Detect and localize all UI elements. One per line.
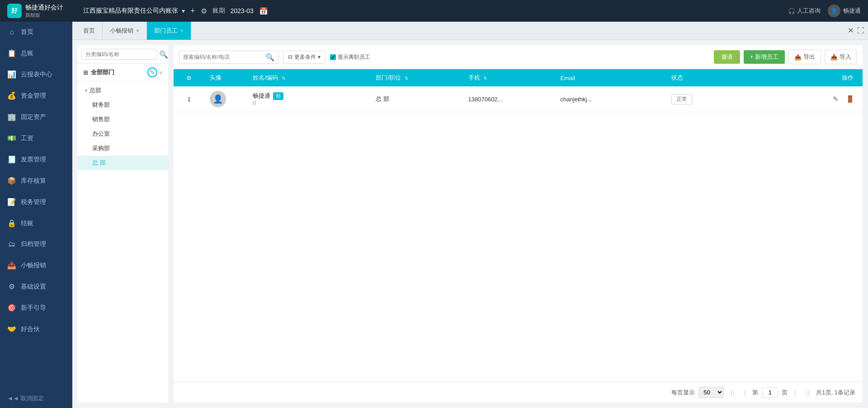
tab-home[interactable]: 首页 (76, 22, 103, 40)
add-employee-button[interactable]: + 新增员工 (744, 50, 785, 64)
add-dept-button[interactable]: ✎ (147, 67, 157, 77)
employee-dept-badge: 部 (273, 92, 283, 100)
import-label: 导入 (840, 53, 851, 61)
sidebar-item-close[interactable]: 🔒 结账 (0, 213, 72, 234)
tab-dept-employee-close[interactable]: × (180, 28, 184, 34)
filter-button[interactable]: ⊟ 更多条件 ▾ (283, 51, 326, 64)
page-label: 第 (752, 389, 758, 397)
sidebar-item-inventory[interactable]: 📦 库存核算 (0, 170, 72, 191)
sidebar-label-reports: 云报表中心 (21, 71, 52, 79)
page-input[interactable] (762, 387, 778, 398)
dept-node-general[interactable]: 总 部 (78, 156, 168, 170)
calendar-icon[interactable]: 📅 (259, 7, 268, 15)
guide-icon: 🎯 (7, 304, 16, 312)
dept-node-finance[interactable]: 财务部 (78, 98, 168, 112)
page-content: 🔍 ⊞ 全部部门 ✎ « ▾ 总部 财务部 (72, 40, 868, 408)
next-page-button[interactable]: ⟩ (791, 388, 799, 397)
settings-button[interactable]: ⚙ (201, 7, 207, 15)
content-area: 首页 小畅报销 × 部门员工 × ✕ ⛶ 🔍 (72, 22, 868, 408)
col-name-label: 姓名/编码 (253, 74, 278, 81)
logo-icon: 好 (7, 4, 22, 18)
sidebar-item-home[interactable]: ⌂ 首页 (0, 22, 72, 43)
row-phone-cell: 138070602... (463, 86, 555, 112)
expand-tab-button[interactable]: ⛶ (857, 26, 864, 35)
page-size-select[interactable]: 50 10 20 100 (698, 387, 724, 398)
page-size-label: 每页显示 (671, 389, 695, 397)
show-resigned-checkbox[interactable] (330, 54, 336, 60)
search-box: 🔍 (179, 51, 278, 64)
sidebar-item-reports[interactable]: 📊 云报表中心 (0, 64, 72, 85)
dept-node-purchase[interactable]: 采购部 (78, 141, 168, 156)
company-dropdown-button[interactable]: ▾ (182, 7, 185, 14)
salary-icon: 💵 (7, 134, 16, 142)
delete-employee-button[interactable]: 🚪 (843, 94, 857, 104)
tax-icon: 📝 (7, 198, 16, 206)
show-resigned-checkbox-label[interactable]: 显示离职员工 (330, 53, 370, 61)
employee-search-input[interactable] (183, 54, 265, 60)
last-page-button[interactable]: ⟩⟩ (802, 388, 812, 397)
sidebar-item-assets[interactable]: 🏢 固定资产 (0, 106, 72, 128)
sidebar-item-funds[interactable]: 💰 资金管理 (0, 85, 72, 106)
dept-label-finance: 财务部 (92, 101, 110, 109)
col-name[interactable]: 姓名/编码 ⇅ (247, 69, 370, 86)
close-tab-button[interactable]: ✕ (848, 26, 854, 35)
user-area[interactable]: 👤 畅捷通 (828, 5, 861, 17)
edit-employee-button[interactable]: ✎ (830, 94, 841, 104)
inventory-icon: 📦 (7, 176, 16, 185)
add-company-button[interactable]: + (190, 6, 195, 16)
page-total: 共1页, 1条记录 (816, 389, 855, 397)
sidebar-item-invoice[interactable]: 🧾 发票管理 (0, 149, 72, 170)
sidebar: ⌂ 首页 📋 总账 📊 云报表中心 💰 资金管理 🏢 固定资产 💵 工资 🧾 发… (0, 22, 72, 408)
dept-search-input[interactable] (81, 49, 157, 60)
funds-icon: 💰 (7, 91, 16, 100)
dept-search-icon[interactable]: 🔍 (159, 50, 168, 59)
col-dept[interactable]: 部门/职位 ⇅ (370, 69, 462, 86)
period-label: 账期 (212, 7, 225, 15)
dept-root-label[interactable]: 全部部门 (91, 68, 114, 76)
prev-page-button[interactable]: ⟨ (741, 388, 749, 397)
col-phone[interactable]: 手机 ⇅ (463, 69, 555, 86)
dept-node-sales[interactable]: 销售部 (78, 112, 168, 127)
invite-button[interactable]: 邀请 (714, 50, 740, 64)
partners-icon: 🤝 (7, 325, 16, 333)
collapse-dept-button[interactable]: « (159, 67, 163, 77)
sidebar-item-guide[interactable]: 🎯 新手引导 (0, 297, 72, 318)
close-account-icon: 🔒 (7, 219, 16, 228)
sidebar-item-ledger[interactable]: 📋 总账 (0, 43, 72, 64)
tab-xiaochang-close[interactable]: × (136, 28, 139, 34)
dept-node-root[interactable]: ▾ 总部 (78, 83, 168, 98)
basic-icon: ⚙ (7, 282, 16, 291)
col-settings[interactable]: ⚙ (174, 69, 204, 86)
tab-dept-employee[interactable]: 部门员工 × (147, 22, 191, 40)
top-header: 好 畅捷通好会计 旗舰版 江西服宝精品有限责任公司内账张 ▾ + ⚙ 账期 20… (0, 0, 868, 22)
row-email-cell: chanjethkj... (555, 86, 666, 112)
support-button[interactable]: 🎧 人工咨询 (788, 7, 821, 15)
dept-panel: 🔍 ⊞ 全部部门 ✎ « ▾ 总部 财务部 (78, 45, 168, 403)
table-header: ⚙ 头像 姓名/编码 ⇅ 部门/职位 ⇅ (174, 69, 863, 86)
tab-xiaochang[interactable]: 小畅报销 × (103, 22, 147, 40)
sidebar-item-salary[interactable]: 💵 工资 (0, 128, 72, 149)
export-button[interactable]: 📤 导出 (788, 50, 821, 64)
sidebar-item-xiaochang[interactable]: 📤 小畅报销 (0, 255, 72, 276)
first-page-button[interactable]: ⟨⟨ (727, 388, 737, 397)
sidebar-label-xiaochang: 小畅报销 (21, 261, 46, 270)
unpin-label: ◄◄ 取消固定 (7, 394, 44, 403)
sidebar-item-archive[interactable]: 🗂 归档管理 (0, 234, 72, 255)
import-button[interactable]: 📥 导入 (825, 50, 857, 64)
page-suffix: 页 (782, 389, 788, 397)
sidebar-item-partners[interactable]: 🤝 好合伙 (0, 318, 72, 340)
row-actions-cell: ✎ 🚪 (789, 86, 863, 112)
sidebar-item-basic[interactable]: ⚙ 基础设置 (0, 276, 72, 297)
employee-name: 畅捷通 (253, 92, 270, 100)
employee-search-icon[interactable]: 🔍 (265, 53, 274, 62)
user-name: 畅捷通 (843, 7, 861, 15)
header-middle: ▾ + ⚙ 账期 2023-03 📅 (182, 6, 268, 16)
row-index: 1 (174, 86, 204, 112)
dept-node-office[interactable]: 办公室 (78, 127, 168, 141)
table-row: 1 👤 畅捷通 部 0 (174, 86, 863, 112)
headset-icon: 🎧 (788, 8, 795, 14)
unpin-button[interactable]: ◄◄ 取消固定 (0, 389, 72, 408)
sidebar-item-tax[interactable]: 📝 税务管理 (0, 191, 72, 213)
tab-xiaochang-label: 小畅报销 (110, 27, 133, 35)
dept-label-root: 总部 (90, 86, 101, 95)
